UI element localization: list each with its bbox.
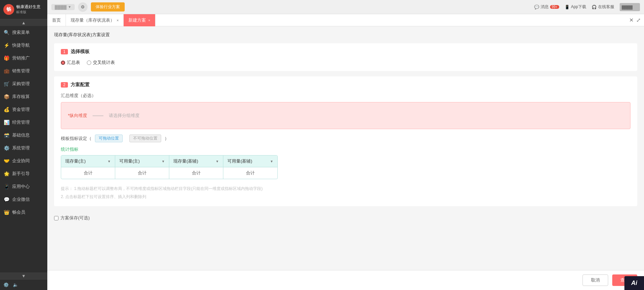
main-content: 现存量(库存状况表)方案设置 1 选择模板 汇总表 交叉统计表 2 bbox=[47, 26, 644, 270]
tab-home-label: 首页 bbox=[52, 17, 61, 23]
radio-summary-input[interactable] bbox=[61, 61, 65, 65]
stats-col-2-header[interactable]: 可用量(主) ▼ bbox=[115, 155, 169, 167]
save-checkbox[interactable] bbox=[54, 216, 58, 220]
dimension-required: *纵向维度 bbox=[68, 113, 87, 119]
scroll-down-button[interactable]: ▼ bbox=[0, 272, 47, 279]
radio-summary[interactable]: 汇总表 bbox=[61, 59, 80, 66]
expand-window-icon[interactable]: ⤢ bbox=[636, 17, 641, 23]
step2-title: 方案配置 bbox=[71, 82, 90, 88]
tab-home[interactable]: 首页 bbox=[47, 14, 66, 26]
stats-col-1-body: 合计 bbox=[61, 167, 115, 179]
download-icon: 📱 bbox=[565, 5, 570, 9]
topbar-user: ▓▓▓▓ ▼ bbox=[51, 4, 75, 10]
quick-nav-icon: ⚡ bbox=[3, 42, 9, 48]
sidebar-item-enterprise[interactable]: 🤝 企业协同 bbox=[0, 154, 47, 167]
stats-col-1-header-label: 现存量(主) bbox=[65, 158, 86, 164]
stats-col-1-header[interactable]: 现存量(主) ▼ bbox=[61, 155, 115, 167]
page-title: 现存量(库存状况表)方案设置 bbox=[54, 32, 637, 38]
radio-cross-label: 交叉统计表 bbox=[93, 59, 115, 66]
system-icon: ⚙️ bbox=[3, 145, 9, 151]
non-draggable-tag: 不可拖动位置 bbox=[129, 135, 161, 142]
footer-bar: 取消 查询 bbox=[47, 270, 644, 290]
sidebar-item-app-center[interactable]: 📱 应用中心 bbox=[0, 180, 47, 193]
sidebar-item-basic[interactable]: 🗃️ 基础信息 bbox=[0, 129, 47, 142]
step2-badge: 2 bbox=[61, 82, 68, 88]
sidebar-item-purchase[interactable]: 🛒 采购管理 bbox=[0, 77, 47, 90]
indicator-label: 模板指标设定（ 可拖动位置 不可拖动位置 ） bbox=[61, 135, 630, 142]
chevron-down-icon-4[interactable]: ▼ bbox=[270, 160, 273, 163]
inventory-icon: 📦 bbox=[3, 94, 9, 100]
online-service-label: 在线客服 bbox=[598, 4, 614, 10]
stats-col-2-body: 合计 bbox=[115, 167, 169, 179]
dimension-arrow: —— bbox=[93, 113, 103, 119]
newbie-icon: 🌟 bbox=[3, 171, 9, 177]
topbar-gear-icon[interactable]: ⚙ bbox=[78, 2, 88, 12]
online-service-button[interactable]: 🎧 在线客服 bbox=[592, 4, 614, 10]
tab-new-scheme-close[interactable]: × bbox=[148, 18, 150, 22]
sidebar-item-operations[interactable]: 📊 经营管理 bbox=[0, 116, 47, 129]
settings-icon[interactable]: ⚙️ bbox=[3, 282, 9, 287]
sidebar-item-quick-nav[interactable]: ⚡ 快捷导航 bbox=[0, 39, 47, 52]
step2-header: 2 方案配置 bbox=[61, 82, 630, 88]
indicator-label-suffix: ） bbox=[165, 136, 169, 142]
sidebar-item-newbie[interactable]: 🌟 新手引导 bbox=[0, 167, 47, 180]
radio-cross-input[interactable] bbox=[87, 61, 91, 65]
tab-inventory[interactable]: 现存量（库存状况表） × bbox=[66, 14, 124, 26]
step2-section: 2 方案配置 汇总维度（必选） *纵向维度 —— 请选择分组维度 模板指标设定（… bbox=[54, 76, 637, 206]
user-avatar[interactable]: ▓▓▓▓ bbox=[620, 3, 640, 11]
headset-icon: 🎧 bbox=[592, 5, 597, 9]
sidebar-item-member[interactable]: 👑 畅会员 bbox=[0, 206, 47, 219]
draggable-tag: 可拖动位置 bbox=[95, 135, 123, 142]
window-controls: ✕ ⤢ bbox=[629, 17, 644, 23]
stats-col-3-header-label: 现存量(基辅) bbox=[173, 158, 198, 164]
indicator-label-prefix: 模板指标设定（ bbox=[61, 136, 92, 142]
tab-new-scheme-label: 新建方案 bbox=[128, 17, 146, 23]
basic-icon: 🗃️ bbox=[3, 132, 9, 138]
sidebar-item-wechat[interactable]: 💬 企业微信 bbox=[0, 193, 47, 206]
step1-title: 选择模板 bbox=[71, 49, 90, 55]
stats-col-3-body: 合计 bbox=[169, 167, 223, 179]
stats-col-2-header-label: 可用量(主) bbox=[119, 158, 140, 164]
chevron-down-icon[interactable]: ▼ bbox=[68, 5, 71, 9]
scroll-up-button[interactable]: ▲ bbox=[0, 19, 47, 26]
sidebar-item-label: 系统管理 bbox=[12, 145, 30, 151]
topbar-right: 💬 消息 99+ 📱 App下载 🎧 在线客服 ▓▓▓▓ bbox=[534, 3, 640, 11]
sidebar-item-finance[interactable]: 💰 资金管理 bbox=[0, 103, 47, 116]
sidebar-logo: 畅 畅康通好生意 标准版 bbox=[0, 0, 47, 19]
sidebar-item-label: 销售管理 bbox=[12, 68, 30, 74]
sidebar-item-marketing[interactable]: 🎁 营销推广 bbox=[0, 52, 47, 65]
stats-col-4-body: 合计 bbox=[223, 167, 277, 179]
chevron-down-icon-2[interactable]: ▼ bbox=[162, 160, 165, 163]
close-window-icon[interactable]: ✕ bbox=[629, 17, 634, 23]
chevron-down-icon-3[interactable]: ▼ bbox=[216, 160, 219, 163]
template-radio-group: 汇总表 交叉统计表 bbox=[61, 59, 630, 66]
dimension-box[interactable]: *纵向维度 —— 请选择分组维度 bbox=[61, 102, 630, 129]
chevron-down-icon-1[interactable]: ▼ bbox=[107, 160, 111, 163]
sidebar-item-sales[interactable]: 💼 销售管理 bbox=[0, 65, 47, 77]
stats-header-row: 现存量(主) ▼ 可用量(主) ▼ 现存量(基辅) ▼ 可用量(基辅) bbox=[61, 155, 277, 167]
audio-icon[interactable]: 🔈 bbox=[13, 282, 18, 287]
message-button[interactable]: 💬 消息 99+ bbox=[534, 4, 559, 10]
sidebar-item-system[interactable]: ⚙️ 系统管理 bbox=[0, 142, 47, 154]
sidebar-item-inventory[interactable]: 📦 库存核算 bbox=[0, 90, 47, 103]
stats-body-row: 合计 合计 合计 合计 bbox=[61, 167, 277, 179]
trial-button[interactable]: 体验行业方案 bbox=[91, 2, 125, 11]
sidebar-item-label: 经营管理 bbox=[12, 119, 30, 125]
stats-col-4-header[interactable]: 可用量(基辅) ▼ bbox=[223, 155, 277, 167]
purchase-icon: 🛒 bbox=[3, 81, 9, 87]
sidebar-item-label: 企业协同 bbox=[12, 158, 30, 164]
tab-new-scheme[interactable]: 新建方案 × bbox=[124, 14, 155, 26]
app-edition: 标准版 bbox=[16, 10, 41, 15]
sidebar-item-label: 畅会员 bbox=[12, 209, 25, 215]
main-area: ▓▓▓▓ ▼ ⚙ 体验行业方案 💬 消息 99+ 📱 App下载 🎧 在线客服 … bbox=[47, 0, 644, 290]
sidebar: 畅 畅康通好生意 标准版 ▲ 🔍 搜索菜单 ⚡ 快捷导航 🎁 营销推广 💼 销售… bbox=[0, 0, 47, 290]
stats-col-3-header[interactable]: 现存量(基辅) ▼ bbox=[169, 155, 223, 167]
tab-inventory-close[interactable]: × bbox=[117, 18, 119, 22]
tips-text-2: 2. 点击标题栏下拉可设置排序、插入列和删除列 bbox=[61, 193, 146, 201]
radio-cross[interactable]: 交叉统计表 bbox=[87, 59, 115, 66]
cancel-button[interactable]: 取消 bbox=[583, 274, 608, 286]
save-option[interactable]: 方案保存(可选) bbox=[54, 212, 637, 221]
tips-item-1: 提示： 1.拖动标题栏可以调整布局，不可跨维度或指标区域拖动栏目字段(只能在同一… bbox=[61, 185, 630, 193]
sidebar-item-search[interactable]: 🔍 搜索菜单 bbox=[0, 26, 47, 39]
app-download-button[interactable]: 📱 App下载 bbox=[565, 4, 586, 10]
